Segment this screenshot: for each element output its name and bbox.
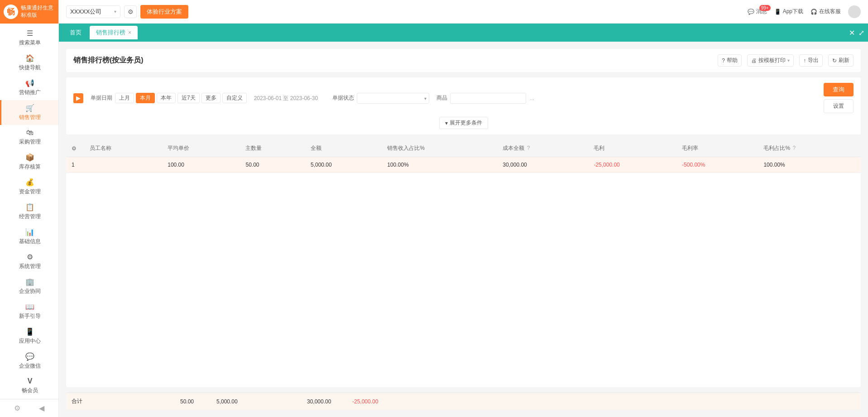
company-dropdown-icon: ▾ xyxy=(114,9,116,14)
sidebar-item-search-order[interactable]: ☰ 搜索菜单 xyxy=(0,25,58,50)
sidebar-collapse-icon[interactable]: ◀ xyxy=(39,404,44,412)
sidebar-item-sales[interactable]: 🛒 销售管理 xyxy=(0,100,58,125)
sidebar-item-wechat[interactable]: 💬 企业微信 xyxy=(0,349,58,374)
refresh-label: 刷新 xyxy=(839,57,849,64)
expand-more-row: ▾ 展开更多条件 xyxy=(73,117,854,129)
col-gross-rate-label: 毛利率 xyxy=(682,145,698,151)
user-avatar[interactable] xyxy=(848,5,861,18)
print-icon: 🖨 xyxy=(751,58,757,64)
message-button[interactable]: 💬 消息 99+ xyxy=(748,8,767,15)
wechat-icon: 💬 xyxy=(25,352,34,361)
quick-nav-icon: 🏠 xyxy=(25,54,34,62)
expand-more-button[interactable]: ▾ 展开更多条件 xyxy=(439,117,488,129)
sidebar-item-enterprise[interactable]: 🏢 企业协同 xyxy=(0,274,58,299)
export-button[interactable]: ↑ 导出 xyxy=(799,54,823,67)
column-settings-icon[interactable]: ⚙ xyxy=(72,145,77,152)
filter-row-1: ▶ 单据日期 上月 本月 本年 近7天 更多 自定义 2 xyxy=(73,83,854,113)
gross-pct-help-icon[interactable]: ? xyxy=(792,145,796,151)
app-download-icon: 📱 xyxy=(774,9,781,15)
col-total-label: 全额 xyxy=(311,145,321,151)
filter-settings-button[interactable]: 设置 xyxy=(824,99,854,113)
goods-filter: 商品 ... xyxy=(436,93,534,104)
message-icon: 💬 xyxy=(748,9,754,15)
app-center-icon: 📱 xyxy=(25,327,34,336)
status-filter: 单据状态 xyxy=(332,93,429,104)
sidebar-item-member[interactable]: V 畅会员 xyxy=(0,374,58,398)
print-dropdown-icon: ▾ xyxy=(787,58,790,63)
sidebar-item-capital[interactable]: 💰 资金管理 xyxy=(0,174,58,199)
topbar: XXXXX公司 ▾ ⚙ 体验行业方案 💬 消息 99+ 📱 App下载 🎧 在线… xyxy=(59,0,868,24)
sidebar-settings-icon[interactable]: ⚙ xyxy=(14,404,20,412)
tab-home[interactable]: 首页 xyxy=(62,26,89,39)
sidebar-item-operations[interactable]: 📋 经营管理 xyxy=(0,199,58,224)
filter-area: ▶ 单据日期 上月 本月 本年 近7天 更多 自定义 2 xyxy=(66,77,861,134)
sidebar-item-basic-info[interactable]: 📊 基础信息 xyxy=(0,224,58,249)
logo-line1: 畅康通好生意 xyxy=(21,5,53,12)
footer-cost-total: 30,000.00 xyxy=(307,398,352,405)
sidebar-item-guide-label: 新手引导 xyxy=(19,312,41,320)
tab-close-icon[interactable]: × xyxy=(128,29,131,36)
capital-icon: 💰 xyxy=(25,178,34,187)
date-btn-this-year[interactable]: 本年 xyxy=(157,93,176,103)
status-select[interactable] xyxy=(357,93,429,104)
query-button[interactable]: 查询 xyxy=(824,83,854,96)
filter-toggle-button[interactable]: ▶ xyxy=(73,93,83,103)
help-button[interactable]: ? 帮助 xyxy=(718,54,742,67)
system-icon: ⚙ xyxy=(27,253,33,261)
export-label: 导出 xyxy=(808,57,819,64)
member-icon: V xyxy=(28,377,33,385)
sidebar-item-marketing[interactable]: 📢 营销推广 xyxy=(0,75,58,100)
date-filter-label: 单据日期 xyxy=(91,94,112,102)
col-sales-pct-label: 销售收入占比% xyxy=(387,145,425,151)
goods-filter-label: 商品 xyxy=(436,94,447,102)
footer-total-label: 合计 xyxy=(72,398,108,405)
template-print-button[interactable]: 🖨 按模板打印 ▾ xyxy=(747,54,794,67)
date-btn-this-month[interactable]: 本月 xyxy=(136,93,155,103)
logo-line2: 标准版 xyxy=(21,12,53,19)
col-gross: 毛利 xyxy=(588,140,676,157)
cell-name xyxy=(84,157,162,173)
refresh-button[interactable]: ↻ 刷新 xyxy=(828,54,854,67)
col-settings[interactable]: ⚙ xyxy=(66,140,84,157)
goods-input[interactable] xyxy=(450,93,526,104)
basic-info-icon: 📊 xyxy=(25,228,34,236)
date-btn-7days[interactable]: 近7天 xyxy=(177,93,200,103)
guide-icon: 📖 xyxy=(25,302,34,311)
cell-total: 5,000.00 xyxy=(305,157,382,173)
sidebar-item-guide[interactable]: 📖 新手引导 xyxy=(0,299,58,324)
company-selector[interactable]: XXXXX公司 ▾ xyxy=(66,5,120,18)
col-main-qty: 主数量 xyxy=(240,140,305,157)
sidebar-item-inventory[interactable]: 📦 库存核算 xyxy=(0,149,58,174)
tab-close-window-icon[interactable]: ✕ xyxy=(849,29,855,37)
sidebar-item-enterprise-label: 企业协同 xyxy=(19,288,41,295)
app-download-label: App下载 xyxy=(783,8,803,15)
tab-sales-ranking[interactable]: 销售排行榜 × xyxy=(90,26,138,39)
sales-ranking-table: ⚙ 员工名称 平均单价 主数量 全额 xyxy=(66,140,861,173)
filter-actions: 查询 设置 xyxy=(824,83,854,113)
cost-total-help-icon[interactable]: ? xyxy=(527,145,530,151)
app-download-button[interactable]: 📱 App下载 xyxy=(774,8,803,15)
sidebar-item-quick-nav[interactable]: 🏠 快捷导航 xyxy=(0,50,58,75)
sidebar-item-purchase[interactable]: 🛍 采购管理 xyxy=(0,125,58,149)
sidebar-item-app-center[interactable]: 📱 应用中心 xyxy=(0,324,58,349)
template-print-label: 按模板打印 xyxy=(758,57,786,64)
date-btn-last-month[interactable]: 上月 xyxy=(115,93,134,103)
tab-expand-icon[interactable]: ⤢ xyxy=(858,29,864,37)
message-badge: 99+ xyxy=(759,5,771,11)
sidebar-item-wechat-label: 企业微信 xyxy=(19,362,41,370)
date-btn-custom[interactable]: 自定义 xyxy=(222,93,247,103)
sidebar-item-system[interactable]: ⚙ 系统管理 xyxy=(0,249,58,274)
online-service-button[interactable]: 🎧 在线客服 xyxy=(810,8,841,15)
gear-icon: ⚙ xyxy=(128,8,134,15)
inventory-icon: 📦 xyxy=(25,153,34,162)
col-name-label: 员工名称 xyxy=(90,145,111,151)
date-btn-more[interactable]: 更多 xyxy=(201,93,221,103)
settings-button[interactable]: ⚙ xyxy=(124,5,137,18)
tabbar-right: ✕ ⤢ xyxy=(849,29,864,37)
goods-more-icon[interactable]: ... xyxy=(530,95,534,101)
sidebar-item-marketing-label: 营销推广 xyxy=(19,89,41,96)
main-area: XXXXX公司 ▾ ⚙ 体验行业方案 💬 消息 99+ 📱 App下载 🎧 在线… xyxy=(59,0,868,417)
col-name: 员工名称 xyxy=(84,140,162,157)
trial-button[interactable]: 体验行业方案 xyxy=(140,5,188,19)
col-cost-total-label: 成本全额 xyxy=(503,145,524,151)
